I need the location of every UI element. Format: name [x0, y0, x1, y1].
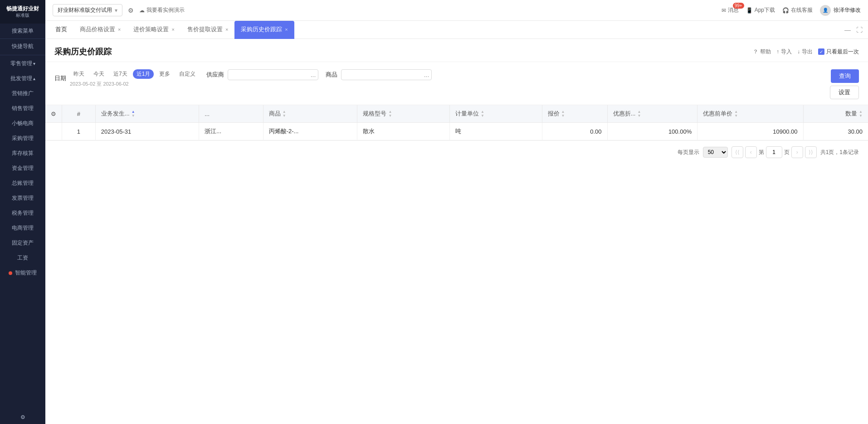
page-input[interactable]	[766, 146, 782, 158]
sidebar-item-purchase[interactable]: 采购管理	[0, 131, 45, 146]
table-col-pre-discount-price[interactable]: 优惠前单价 ▲ ▼	[697, 105, 803, 123]
demo-button[interactable]: ☁ 我要看实例演示	[139, 6, 185, 14]
page-header: 采购历史价跟踪 ？ 帮助 ↑ 导入 ↓ 导出 ✓	[45, 39, 868, 62]
col-biz-date-label: 业务发生...	[101, 110, 130, 118]
row-spec: 散水	[357, 123, 450, 140]
row-gear[interactable]	[45, 123, 62, 140]
topbar-right: ✉ 消息 99+ 📱 App下载 🎧 在线客服 👤 徐泽华修改	[722, 5, 861, 16]
supplier-input-wrap: ...	[228, 69, 318, 80]
export-button[interactable]: ↓ 导出	[797, 48, 813, 56]
app-download-button[interactable]: 📱 App下载	[746, 6, 775, 14]
query-button[interactable]: 查询	[831, 69, 859, 83]
date-option-today[interactable]: 今天	[90, 69, 108, 79]
sidebar-item-ecommerce[interactable]: 电商管理	[0, 221, 45, 236]
settings-button[interactable]: 设置	[830, 86, 859, 99]
sidebar-item-retail[interactable]: 零售管理 ▾	[0, 56, 45, 71]
page-first-button[interactable]: ⟨⟨	[731, 146, 743, 158]
goods-filter-group: 商品 ...	[326, 69, 432, 80]
only-last-label: 只看最后一次	[826, 48, 859, 56]
help-button[interactable]: ？ 帮助	[753, 48, 771, 56]
sort-icon-pre-discount-price: ▲ ▼	[734, 110, 738, 118]
sidebar-item-sales[interactable]: 销售管理	[0, 101, 45, 116]
table-col-unit[interactable]: 计量单位 ▲ ▼	[449, 105, 542, 123]
date-option-1month[interactable]: 近1月	[133, 69, 154, 79]
sidebar-item-invoice[interactable]: 发票管理	[0, 191, 45, 206]
goods-dots[interactable]: ...	[424, 71, 429, 78]
tab-price-close[interactable]: ×	[118, 27, 121, 32]
sidebar-item-tax[interactable]: 税务管理	[0, 206, 45, 221]
tab-sale-price[interactable]: 售价提取设置 ×	[181, 21, 234, 39]
checkbox-checked-icon: ✓	[818, 48, 824, 55]
row-quote: 0.00	[542, 123, 607, 140]
date-option-more[interactable]: 更多	[156, 69, 174, 79]
tab-price[interactable]: 商品价格设置 ×	[73, 21, 127, 39]
tab-strategy-close[interactable]: ×	[171, 27, 174, 32]
page-actions: ？ 帮助 ↑ 导入 ↓ 导出 ✓ 只看最后一次	[753, 48, 859, 56]
tab-sale-price-close[interactable]: ×	[225, 27, 228, 32]
page-last-button[interactable]: ⟩⟩	[805, 146, 817, 158]
table-col-gear[interactable]: ⚙	[45, 105, 62, 123]
table-col-goods[interactable]: 商品 ▲ ▼	[263, 105, 357, 123]
date-option-7days[interactable]: 近7天	[110, 69, 131, 79]
table-col-more[interactable]: ...	[199, 105, 263, 123]
sort-icon-qty: ▲ ▼	[859, 110, 863, 118]
app-logo: 畅捷通好业财 标准版	[0, 0, 45, 24]
supplier-filter-label: 供应商	[206, 71, 224, 79]
sort-icon-unit: ▲ ▼	[481, 110, 484, 118]
page-content: 采购历史价跟踪 ？ 帮助 ↑ 导入 ↓ 导出 ✓	[45, 39, 868, 424]
sidebar-item-label: 智能管理	[15, 269, 37, 277]
page-label: 第	[759, 149, 764, 156]
sidebar-item-inventory[interactable]: 库存核算	[0, 146, 45, 161]
question-icon: ？	[753, 48, 758, 56]
sidebar-item-salary[interactable]: 工资	[0, 251, 45, 265]
table-col-biz-date[interactable]: 业务发生... ▲ ▼	[95, 105, 199, 123]
page-prev-button[interactable]: ‹	[745, 146, 757, 158]
sidebar-item-wholesale[interactable]: 批发管理 ▴	[0, 71, 45, 86]
version-selector[interactable]: 好业财标准版交付试用 ▾	[53, 4, 122, 16]
user-profile[interactable]: 👤 徐泽华修改	[820, 5, 861, 16]
topbar: 好业财标准版交付试用 ▾ ⚙ ☁ 我要看实例演示 ✉ 消息 99+ 📱 App下…	[45, 0, 868, 21]
tab-strategy[interactable]: 进价策略设置 ×	[127, 21, 180, 39]
sidebar-search[interactable]: 搜索菜单	[0, 24, 45, 39]
table-col-spec[interactable]: 规格型号 ▲ ▼	[357, 105, 450, 123]
app-download-label: App下载	[755, 6, 775, 14]
per-page-select[interactable]: 50 10 20 100	[703, 147, 728, 158]
sidebar-item-general-ledger[interactable]: 总账管理	[0, 176, 45, 191]
table-col-discount[interactable]: 优惠折... ▲ ▼	[607, 105, 697, 123]
goods-input[interactable]	[341, 69, 432, 80]
sidebar-item-label: 发票管理	[12, 194, 34, 202]
tab-price-label: 商品价格设置	[80, 25, 115, 34]
export-icon: ↓	[797, 48, 800, 55]
page-unit: 页	[784, 149, 790, 156]
tab-bar: 首页 商品价格设置 × 进价策略设置 × 售价提取设置 × 采购历史价跟踪 × …	[45, 21, 868, 39]
tab-minimize-icon[interactable]: —	[843, 24, 853, 35]
user-name: 徐泽华修改	[834, 6, 861, 14]
sidebar-item-ecommerce-small[interactable]: 小畅电商	[0, 116, 45, 131]
sidebar-item-smart[interactable]: 智能管理	[0, 265, 45, 280]
online-service-button[interactable]: 🎧 在线客服	[782, 6, 813, 14]
sidebar-quick-nav[interactable]: 快捷导航	[0, 39, 45, 54]
page-next-button[interactable]: ›	[791, 146, 803, 158]
table-col-qty[interactable]: 数量 ▲ ▼	[803, 105, 868, 123]
total-info: 共1页，1条记录	[820, 149, 859, 156]
tab-purchase-history[interactable]: 采购历史价跟踪 ×	[234, 21, 294, 39]
sidebar-item-marketing[interactable]: 营销推广	[0, 86, 45, 101]
sidebar-item-finance[interactable]: 资金管理	[0, 161, 45, 176]
date-option-yesterday[interactable]: 昨天	[70, 69, 88, 79]
sidebar-item-label: 固定资产	[12, 239, 34, 247]
tab-home[interactable]: 首页	[49, 21, 73, 39]
sidebar-settings[interactable]: ⚙	[0, 410, 45, 424]
table-col-quote[interactable]: 报价 ▲ ▼	[542, 105, 607, 123]
tab-expand-icon[interactable]: ⛶	[854, 24, 864, 35]
supplier-input[interactable]	[228, 69, 318, 80]
only-last-checkbox-label[interactable]: ✓ 只看最后一次	[818, 48, 859, 56]
date-option-custom[interactable]: 自定义	[176, 69, 199, 79]
import-icon: ↑	[776, 48, 779, 55]
settings-icon[interactable]: ⚙	[128, 7, 134, 14]
supplier-dots[interactable]: ...	[311, 71, 316, 78]
sidebar-item-fixed-assets[interactable]: 固定资产	[0, 236, 45, 251]
message-button[interactable]: ✉ 消息 99+	[722, 6, 739, 14]
col-unit-label: 计量单位	[455, 110, 479, 118]
tab-purchase-history-close[interactable]: ×	[285, 27, 288, 32]
import-button[interactable]: ↑ 导入	[776, 48, 792, 56]
